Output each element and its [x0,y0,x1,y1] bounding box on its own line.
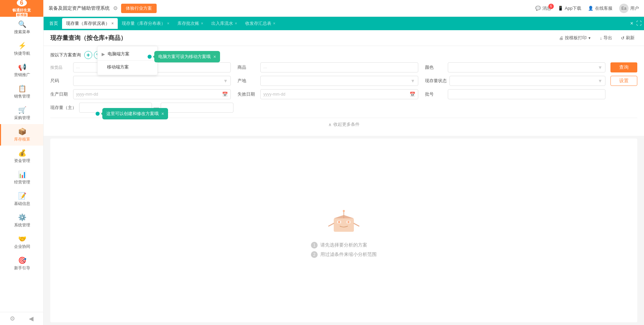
field-stock-qty-max[interactable] [161,103,233,113]
service-icon: 👤 [588,6,593,11]
field-goods-input[interactable]: ··· [260,62,418,72]
tab-inout-flow[interactable]: 出入库流水 × [207,18,241,29]
sidebar-item-guide[interactable]: 🎯 新手引导 [0,253,43,274]
create-tooltip-text: 这里可以创建和修改方案哦 [106,111,159,117]
tab-expand-icon[interactable]: ⛶ [636,20,642,27]
add-scheme-icon[interactable]: + [84,51,92,59]
top-header: 装备及固定资产辅助管理系统 ⚙ 体验行业方案 💬 消息 6 📱 App下载 👤 … [44,0,644,17]
sidebar-item-search-menu[interactable]: 🔍 搜索菜单 [0,17,43,38]
quick-nav-icon: ⚡ [18,42,26,50]
tab-receive-summary[interactable]: 收发存汇总表 × [241,18,279,29]
settings-bottom-icon[interactable]: ⚙ [10,315,15,322]
sidebar: 6 畅通好生意 标准版 🔍 搜索菜单 ⚡ 快捷导航 📢 营销推广 📋 销售管理 … [0,0,44,325]
field-produce-date: 生产日期 yyyy-mm-dd 📅 [50,89,231,99]
tip-text-1: 请先选择要分析的方案 [320,242,367,248]
field-size: 尺码 ▼ [50,76,231,86]
page-title: 现存量查询（按仓库+商品） [50,34,126,42]
online-service-action[interactable]: 👤 在线客服 [588,5,612,11]
collapse-row[interactable]: ∧ 收起更多条件 [50,118,637,131]
field-produce-date-label: 生产日期 [50,91,70,97]
tab-inout-flow-close[interactable]: × [235,21,237,26]
tab-receive-summary-label: 收发存汇总表 [245,20,271,26]
sidebar-item-marketing[interactable]: 📢 营销推广 [0,60,43,81]
user-action[interactable]: Ea 用户 [619,4,639,13]
tab-home[interactable]: 首页 [45,18,62,29]
field-batch-input[interactable] [448,89,605,99]
collapse-sidebar-icon[interactable]: ◀ [29,315,34,322]
pc-scheme-tooltip: 电脑方案可设为移动方案哦 × [148,51,220,62]
tab-inventory-batch-close[interactable]: × [201,21,203,26]
tip-num-2: 2 [311,251,318,258]
sidebar-item-finance[interactable]: 💰 资金管理 [0,146,43,167]
tab-inventory-dist[interactable]: 现存量（库存分布表） × [118,18,173,29]
field-row-3: 生产日期 yyyy-mm-dd 📅 失效日期 yyyy-mm-dd 📅 [50,89,605,99]
filter-label: 按以下方案查询 [50,52,81,58]
app-download-action[interactable]: 📱 App下载 [558,5,581,11]
stock-status-dropdown-icon: ▼ [598,78,602,84]
field-origin-input[interactable]: ▼ [260,76,418,86]
page-content: 现存量查询（按仓库+商品） 🖨 按模板打印 ▼ ↓ 导出 ↺ 刷新 [44,30,644,325]
avatar: Ea [619,4,629,13]
guide-icon: 🎯 [18,256,26,264]
tab-close-all-icon[interactable]: × [630,20,634,27]
sidebar-item-quick-nav[interactable]: ⚡ 快捷导航 [0,38,43,60]
field-expire-date: 失效日期 yyyy-mm-dd 📅 [237,89,418,99]
pc-tooltip-bubble: 电脑方案可设为移动方案哦 × [154,51,220,62]
collapse-label: 收起更多条件 [333,121,360,127]
scheme-arrow-icon: ▶ [102,52,105,57]
page-header: 现存量查询（按仓库+商品） 🖨 按模板打印 ▼ ↓ 导出 ↺ 刷新 [44,30,644,46]
collapse-icon: ∧ [328,122,332,127]
scheme-item-mobile[interactable]: 移动端方案 [98,62,157,72]
field-size-input[interactable]: ▼ [73,76,231,86]
sidebar-item-enterprise[interactable]: 🤝 企业协同 [0,231,43,253]
field-color-input[interactable]: ▼ [448,62,605,72]
sidebar-item-system[interactable]: ⚙️ 系统管理 [0,210,43,231]
finance-icon: 💰 [18,149,26,157]
create-connector-dot [96,112,100,116]
field-produce-date-input[interactable]: yyyy-mm-dd 📅 [73,89,231,99]
field-stock-status: 现存量状态 ▼ [425,76,605,86]
tab-inventory-dist-label: 现存量（库存分布表） [122,20,165,26]
sidebar-item-purchase[interactable]: 🛒 采购管理 [0,103,43,124]
sidebar-item-basic[interactable]: 📝 基础信息 [0,188,43,210]
marketing-icon: 📢 [18,63,26,71]
pc-tooltip-close[interactable]: × [213,54,216,59]
experience-btn[interactable]: 体验行业方案 [121,4,157,13]
field-expire-date-input[interactable]: yyyy-mm-dd 📅 [260,89,418,99]
print-icon: 🖨 [559,36,564,41]
print-btn[interactable]: 🖨 按模板打印 ▼ [556,34,594,42]
header-settings-icon[interactable]: ⚙ [113,5,118,11]
reset-btn[interactable]: 设置 [610,76,637,86]
empty-tip-1: 1 请先选择要分析的方案 [311,242,377,249]
sidebar-item-label: 基础信息 [14,201,30,207]
empty-illustration [327,203,361,237]
page-actions: 🖨 按模板打印 ▼ ↓ 导出 ↺ 刷新 [556,34,637,42]
sidebar-item-ops[interactable]: 📊 经营管理 [0,167,43,188]
refresh-icon: ↺ [621,36,625,41]
create-tooltip-close[interactable]: × [161,111,164,116]
sidebar-bottom: ⚙ ◀ [0,312,43,325]
export-btn[interactable]: ↓ 导出 [597,34,615,42]
svg-line-10 [354,223,359,226]
tab-receive-summary-close[interactable]: × [273,21,275,26]
sidebar-item-inventory[interactable]: 📦 库存核算 [0,124,43,146]
empty-tip-2: 2 用过滤条件来缩小分析范围 [311,251,377,258]
sidebar-item-sales[interactable]: 📋 销售管理 [0,81,43,103]
enterprise-icon: 🤝 [18,235,26,243]
tab-inventory-batch[interactable]: 库存批次账 × [173,18,207,29]
svg-rect-0 [334,218,354,232]
expire-date-calendar-icon: 📅 [410,92,415,97]
tab-inventory-status[interactable]: 现存量（库存状况表） × [62,18,118,29]
search-btn[interactable]: 查询 [610,62,637,72]
scheme-pc-label: 电脑端方案 [108,51,129,57]
message-action[interactable]: 💬 消息 6 [535,5,551,11]
field-batch-label: 批号 [425,91,445,97]
field-goods: 商品 ··· [237,62,418,72]
tab-bar: 首页 现存量（库存状况表） × 现存量（库存分布表） × 库存批次账 × 出入库… [44,17,644,30]
search-menu-icon: 🔍 [18,20,26,28]
tab-inventory-status-close[interactable]: × [111,21,114,26]
color-dropdown-icon: ▼ [598,65,602,70]
field-stock-status-input[interactable]: ▼ [449,76,605,86]
refresh-btn[interactable]: ↺ 刷新 [618,34,637,42]
tab-inventory-dist-close[interactable]: × [167,21,169,26]
